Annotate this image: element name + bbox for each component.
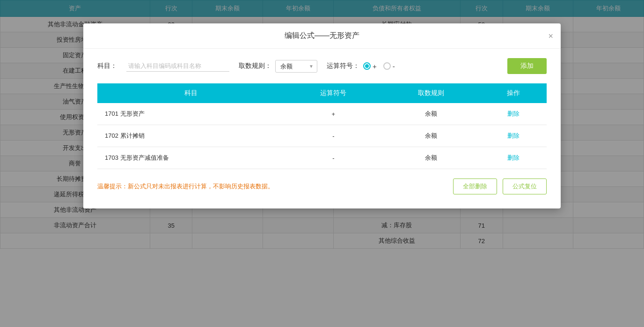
form-row: 科目： 取数规则： 余额 借方 贷方 借方累计 贷方累计 ▼ 运算符号：: [83, 49, 561, 83]
modal-close-button[interactable]: ×: [548, 32, 553, 40]
modal-footer: 温馨提示：新公式只对未出报表进行计算，不影响历史报表数据。 全部删除 公式复位: [83, 169, 561, 194]
rule-section: 取数规则： 余额 借方 贷方 借方累计 贷方累计 ▼: [239, 60, 317, 73]
row-action: 删除: [480, 147, 547, 169]
th-rule: 取数规则: [382, 83, 480, 103]
row-rule: 余额: [382, 103, 480, 125]
row-action: 删除: [480, 125, 547, 147]
delete-row-link[interactable]: 删除: [507, 154, 520, 161]
modal-header: 编辑公式——无形资产 ×: [83, 23, 561, 49]
footer-hint: 温馨提示：新公式只对未出报表进行计算，不影响历史报表数据。: [97, 182, 274, 191]
formula-table-head: 科目 运算符号 取数规则 操作: [97, 83, 547, 103]
th-subject: 科目: [97, 83, 285, 103]
operator-section: 运算符号： + -: [327, 62, 395, 70]
formula-table: 科目 运算符号 取数规则 操作 1701 无形资产+余额删除1702 累计摊销-…: [97, 83, 547, 169]
operator-radio-group: + -: [363, 62, 395, 70]
radio-plus-circle: [363, 62, 371, 70]
table-row: 1703 无形资产减值准备-余额删除: [97, 147, 547, 169]
row-rule: 余额: [382, 147, 480, 169]
operator-plus-label: +: [373, 62, 377, 70]
th-action: 操作: [480, 83, 547, 103]
delete-row-link[interactable]: 删除: [507, 110, 520, 117]
operator-label: 运算符号：: [327, 62, 359, 70]
formula-table-body: 1701 无形资产+余额删除1702 累计摊销-余额删除1703 无形资产减值准…: [97, 103, 547, 169]
row-subject: 1701 无形资产: [97, 103, 285, 125]
rule-select[interactable]: 余额 借方 贷方 借方累计 贷方累计: [275, 60, 317, 73]
table-row: 1701 无形资产+余额删除: [97, 103, 547, 125]
operator-minus-label: -: [393, 62, 395, 70]
row-subject: 1702 累计摊销: [97, 125, 285, 147]
delete-all-button[interactable]: 全部删除: [453, 178, 497, 194]
footer-buttons: 全部删除 公式复位: [453, 178, 547, 194]
footer-hint-text: 温馨提示：新公式只对未出报表进行计算，不影响历史报表数据。: [97, 183, 274, 190]
edit-formula-modal: 编辑公式——无形资产 × 科目： 取数规则： 余额 借方 贷方 借方累计 贷方累…: [83, 23, 561, 208]
rule-label: 取数规则：: [239, 62, 271, 70]
subject-input[interactable]: [126, 60, 229, 72]
rule-select-wrapper: 余额 借方 贷方 借方累计 贷方累计 ▼: [275, 60, 317, 73]
operator-plus-radio[interactable]: +: [363, 62, 377, 70]
reset-formula-button[interactable]: 公式复位: [503, 178, 547, 194]
row-operator: -: [285, 147, 382, 169]
table-row: 1702 累计摊销-余额删除: [97, 125, 547, 147]
row-action: 删除: [480, 103, 547, 125]
th-operator: 运算符号: [285, 83, 382, 103]
subject-label: 科目：: [97, 62, 117, 70]
row-subject: 1703 无形资产减值准备: [97, 147, 285, 169]
modal-title: 编辑公式——无形资产: [285, 31, 359, 41]
add-button[interactable]: 添加: [507, 58, 547, 74]
row-operator: -: [285, 125, 382, 147]
operator-minus-radio[interactable]: -: [383, 62, 395, 70]
delete-row-link[interactable]: 删除: [507, 132, 520, 139]
row-rule: 余额: [382, 125, 480, 147]
row-operator: +: [285, 103, 382, 125]
radio-minus-circle: [383, 62, 391, 70]
data-table-wrapper: 科目 运算符号 取数规则 操作 1701 无形资产+余额删除1702 累计摊销-…: [97, 83, 547, 169]
